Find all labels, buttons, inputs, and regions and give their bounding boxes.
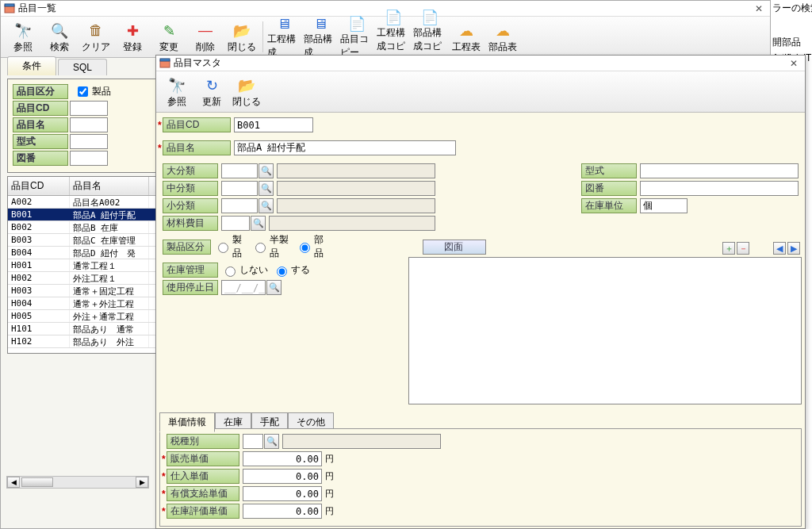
kubun-radio-group[interactable]: 製品半製品部品 [214,233,327,260]
filter-name-input[interactable] [70,117,108,132]
price-buy-label: 仕入単価 [167,469,239,484]
app-icon [4,3,15,14]
tab-sql[interactable]: SQL [58,59,107,75]
tb-register[interactable]: ✚登録 [115,18,150,56]
price-buy-value[interactable]: 0.00 [243,469,322,484]
field-stopdate-input[interactable]: __/__/__ [221,280,266,295]
cell-name: 外注工程１ [70,272,149,284]
tb-proccopy-icon: 📄 [384,9,403,26]
tb-proctable-icon: ☁ [457,21,476,40]
cat2-lookup-button[interactable]: 🔍 [259,181,274,196]
field-stopdate-label: 使用停止日 [163,280,218,295]
tb-view-label: 参照 [13,40,33,54]
filter-drawing-input[interactable] [70,151,108,166]
filter-model-input[interactable] [70,134,108,149]
image-add-button[interactable]: ＋ [722,242,735,255]
tab-condition[interactable]: 条件 [7,56,56,75]
grid-header-name[interactable]: 品目名 [70,177,149,195]
tb-itemcopy[interactable]: 📄品目コピー [339,18,374,56]
child-title: 品目マスタ [174,56,786,70]
field-cd-label: 品目CD [163,117,231,132]
kubun-option[interactable]: 部品 [296,233,327,260]
image-remove-button[interactable]: － [737,242,749,255]
filter-product-checkbox[interactable]: 製品 [75,84,111,99]
tb-delete[interactable]: —削除 [188,18,223,56]
scroll-left-button[interactable]: ◀ [7,477,20,488]
tb-clear[interactable]: 🗑クリア [79,18,113,56]
ct-view-icon: 🔭 [167,76,186,95]
field-model-input[interactable] [640,163,799,178]
scroll-right-button[interactable]: ▶ [136,477,148,488]
stock-option[interactable]: する [273,263,310,277]
field-cat1-input[interactable] [221,163,258,178]
price-taxkind-name [282,434,441,449]
grid-header-cd[interactable]: 品目CD [8,177,70,195]
parent-close-button[interactable]: ✕ [751,3,767,14]
field-cat2-label: 中分類 [163,181,218,196]
field-unit-label: 在庫単位 [581,198,637,213]
tb-proccopy[interactable]: 📄工程構成コピー [376,18,411,56]
cell-name: 部品D 紐付 発 [70,247,149,259]
tb-process[interactable]: 🖥工程構成 [266,18,301,56]
filter-drawing-label: 図番 [13,151,68,166]
stock-option[interactable]: しない [221,263,268,277]
field-unit-value[interactable]: 個 [640,198,688,213]
cell-cd: B001 [8,209,70,220]
field-cat3-input[interactable] [221,198,258,213]
tb-itemcopy-icon: 📄 [347,15,366,33]
price-taxkind-input[interactable] [243,434,263,449]
image-prev-button[interactable]: ◀ [773,242,786,255]
kubun-option[interactable]: 半製品 [251,233,292,260]
drawing-button[interactable]: 図面 [423,240,486,255]
kubun-option[interactable]: 製品 [214,233,246,260]
cat3-lookup-button[interactable]: 🔍 [259,198,274,213]
tb-bomtable[interactable]: ☁部品表 [485,18,520,56]
stock-radio-group[interactable]: しないする [221,263,310,277]
cell-name: 部品B 在庫 [70,221,149,233]
taxkind-lookup-button[interactable]: 🔍 [264,434,279,449]
tb-view[interactable]: 🔭参照 [6,18,40,56]
ct-update[interactable]: ↻更新 [194,73,229,111]
price-supply-value[interactable]: 0.00 [243,486,322,501]
tb-bom-icon: 🖥 [311,16,330,33]
tb-bomtable-icon: ☁ [493,21,512,40]
tb-close-icon: 📂 [232,21,251,40]
ct-close-icon: 📂 [237,76,256,95]
child-close-button[interactable]: ✕ [786,58,802,69]
subtab-0[interactable]: 単価情報 [159,412,215,432]
ct-close[interactable]: 📂閉じる [229,73,264,111]
field-material-input[interactable] [221,216,250,231]
image-next-button[interactable]: ▶ [787,242,800,255]
yen-unit: 円 [325,470,334,482]
field-drawing-input[interactable] [640,181,799,196]
field-cat2-input[interactable] [221,181,258,196]
stopdate-lookup-button[interactable]: 🔍 [266,280,282,295]
yen-unit: 円 [325,488,334,500]
material-lookup-button[interactable]: 🔍 [251,216,266,231]
h-scrollbar[interactable]: ◀ ▶ [6,476,149,489]
cell-cd: H004 [8,297,70,309]
tb-bomcopy[interactable]: 📄部品構成コピー [412,18,447,56]
field-name-label: 品目名 [163,140,231,155]
ct-view[interactable]: 🔭参照 [159,73,194,111]
scroll-thumb[interactable] [21,477,53,487]
tb-edit[interactable]: ✎変更 [151,18,186,56]
field-stock-label: 在庫管理 [163,263,218,278]
price-sell-value[interactable]: 0.00 [243,451,322,466]
child-toolbar: 🔭参照↻更新📂閉じる [156,71,805,113]
ct-update-label: 更新 [202,95,221,109]
tb-process-icon: 🖥 [274,16,293,33]
cell-cd: B004 [8,247,70,259]
field-cat1-label: 大分類 [163,163,218,178]
price-stockval-value[interactable]: 0.00 [243,504,322,519]
filter-cd-input[interactable] [70,101,108,116]
tb-proctable[interactable]: ☁工程表 [449,18,484,56]
tb-close[interactable]: 📂閉じる [224,18,259,56]
tb-search-icon: 🔍 [50,21,69,40]
field-name-value[interactable]: 部品A 紐付手配 [234,140,456,155]
tb-proctable-label: 工程表 [452,40,481,54]
field-cd-value[interactable]: B001 [234,117,313,132]
tb-bom[interactable]: 🖥部品構成 [303,18,338,56]
cat1-lookup-button[interactable]: 🔍 [259,163,274,178]
tb-search[interactable]: 🔍検索 [42,18,77,56]
